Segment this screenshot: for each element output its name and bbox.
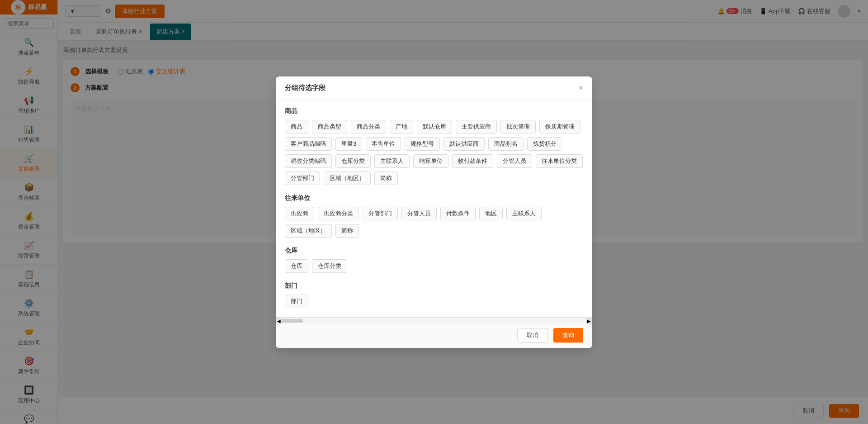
modal-confirm-btn[interactable]: 查询	[553, 328, 583, 343]
field-tag-product-11[interactable]: 规格型号	[405, 137, 440, 151]
field-tag-product-19[interactable]: 收付款条件	[452, 154, 493, 168]
field-tag-product-7[interactable]: 保质期管理	[539, 120, 580, 133]
field-tag-product-15[interactable]: 税收分类编码	[285, 154, 332, 168]
modal-hscrollbar: ▶ ◀	[276, 317, 592, 322]
field-grid-partner: 供应商供应商分类分管部门分管人员付款条件地区主联系人区域（地区）简称	[285, 207, 583, 238]
modal-close-icon[interactable]: ×	[578, 84, 583, 92]
field-grid-department: 部门	[285, 295, 583, 308]
scroll-right-arrow[interactable]: ▶	[586, 318, 592, 324]
field-section-title-partner: 往来单位	[285, 194, 583, 202]
scroll-left-arrow[interactable]: ◀	[276, 318, 282, 324]
modal-header: 分组待选字段 ×	[276, 76, 592, 100]
field-section-department: 部门部门	[285, 282, 583, 308]
field-tag-product-4[interactable]: 默认仓库	[417, 120, 452, 133]
modal-cancel-btn[interactable]: 取消	[517, 328, 548, 343]
modal-footer: 取消 查询	[276, 322, 592, 348]
field-tag-product-3[interactable]: 产地	[390, 120, 413, 133]
field-tag-product-24[interactable]: 简称	[374, 172, 398, 185]
field-tag-warehouse-0[interactable]: 仓库	[285, 259, 308, 273]
field-tag-partner-3[interactable]: 分管人员	[401, 207, 437, 220]
field-tag-partner-1[interactable]: 供应商分类	[318, 207, 359, 220]
field-tag-product-6[interactable]: 批次管理	[500, 120, 536, 133]
field-section-title-warehouse: 仓库	[285, 247, 583, 255]
modal-title: 分组待选字段	[285, 84, 326, 92]
field-tag-product-1[interactable]: 商品类型	[312, 120, 347, 133]
field-tag-product-9[interactable]: 重量3	[335, 137, 362, 151]
field-tag-warehouse-1[interactable]: 仓库分类	[312, 259, 347, 273]
field-tag-product-22[interactable]: 分管部门	[285, 172, 320, 185]
field-grid-warehouse: 仓库仓库分类	[285, 259, 583, 273]
field-tag-product-10[interactable]: 零售单位	[366, 137, 401, 151]
field-tag-product-16[interactable]: 仓库分类	[335, 154, 371, 168]
field-tag-product-5[interactable]: 主要供应商	[456, 120, 497, 133]
field-tag-product-17[interactable]: 主联系人	[374, 154, 410, 168]
field-section-warehouse: 仓库仓库仓库分类	[285, 247, 583, 273]
field-section-product: 商品商品商品类型商品分类产地默认仓库主要供应商批次管理保质期管理客户商品编码重量…	[285, 107, 583, 185]
field-tag-product-2[interactable]: 商品分类	[351, 120, 386, 133]
field-tag-partner-7[interactable]: 区域（地区）	[285, 224, 332, 238]
field-tag-product-8[interactable]: 客户商品编码	[285, 137, 332, 151]
field-tag-product-23[interactable]: 区域（地区）	[324, 172, 371, 185]
field-tag-partner-0[interactable]: 供应商	[285, 207, 314, 220]
field-tag-product-0[interactable]: 商品	[285, 120, 308, 133]
field-tag-product-14[interactable]: 拣货积分	[527, 137, 562, 151]
field-tag-department-0[interactable]: 部门	[285, 295, 308, 308]
field-tag-partner-2[interactable]: 分管部门	[363, 207, 398, 220]
field-section-partner: 往来单位供应商供应商分类分管部门分管人员付款条件地区主联系人区域（地区）简称	[285, 194, 583, 238]
field-tag-product-21[interactable]: 往来单位分类	[536, 154, 583, 168]
field-section-title-department: 部门	[285, 282, 583, 290]
field-tag-product-13[interactable]: 商品别名	[488, 137, 524, 151]
field-tag-product-18[interactable]: 结算单位	[413, 154, 448, 168]
field-tag-partner-4[interactable]: 付款条件	[440, 207, 476, 220]
field-tag-partner-5[interactable]: 地区	[479, 207, 503, 220]
modal-dialog: 分组待选字段 × 商品商品商品类型商品分类产地默认仓库主要供应商批次管理保质期管…	[276, 76, 592, 348]
field-section-title-product: 商品	[285, 107, 583, 115]
field-tag-partner-8[interactable]: 简称	[335, 224, 359, 238]
field-grid-product: 商品商品类型商品分类产地默认仓库主要供应商批次管理保质期管理客户商品编码重量3零…	[285, 120, 583, 185]
field-tag-product-12[interactable]: 默认供应商	[443, 137, 485, 151]
field-tag-partner-6[interactable]: 主联系人	[506, 207, 542, 220]
field-tag-product-20[interactable]: 分管人员	[497, 154, 532, 168]
modal-body: 商品商品商品类型商品分类产地默认仓库主要供应商批次管理保质期管理客户商品编码重量…	[276, 100, 592, 318]
